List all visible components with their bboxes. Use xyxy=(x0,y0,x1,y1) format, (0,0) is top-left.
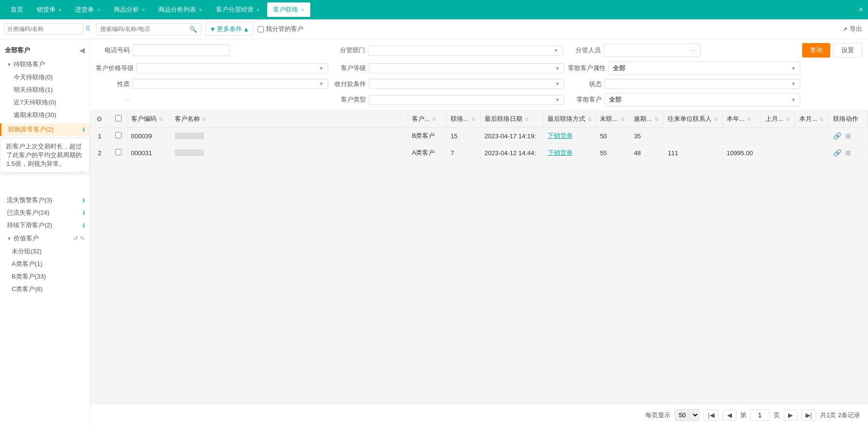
close-customer-contact-tab[interactable]: × xyxy=(301,7,304,13)
sidebar-item-already-lost[interactable]: 已流失客户(24) ℹ xyxy=(0,206,90,219)
refresh-icon[interactable]: ↺ xyxy=(73,235,78,242)
person-select[interactable]: ··· xyxy=(604,44,700,57)
all-customers-title[interactable]: 全部客户 ◀ xyxy=(0,43,90,58)
nav-home[interactable]: 首页 xyxy=(5,2,29,17)
scatter-customer-select[interactable]: 全部 ▼ xyxy=(605,93,800,106)
per-page-select[interactable]: 50 100 200 xyxy=(674,409,700,421)
query-button[interactable]: 查询 xyxy=(802,43,830,58)
row1-checkbox-cell xyxy=(109,128,127,145)
sidebar-item-keep-down[interactable]: 持续下滑客户(2) ℹ xyxy=(0,219,90,232)
last-page-btn[interactable]: ▶| xyxy=(801,410,816,421)
row1-checkbox[interactable] xyxy=(115,132,122,138)
table-settings-icon[interactable]: ⚙ xyxy=(96,115,103,123)
repurchase-info-icon[interactable]: ℹ xyxy=(83,127,85,133)
settings-button[interactable]: 设置 xyxy=(833,43,862,58)
row1-grid-icon[interactable]: ⊞ xyxy=(845,132,851,140)
row1-lastway-link[interactable]: 下销货单 xyxy=(548,132,573,139)
dept-select[interactable]: ▼ xyxy=(368,45,563,56)
sort-contact-icon[interactable]: ⇅ xyxy=(471,117,475,122)
sort-thismonth-icon[interactable]: ⇅ xyxy=(820,117,823,122)
sidebar-item-overdue[interactable]: 逾期未联络(30) xyxy=(0,109,90,121)
row1-num: 1 xyxy=(90,128,109,145)
my-customers-checkbox[interactable] xyxy=(258,26,264,32)
pending-contact-title[interactable]: ▼ 待联络客户 xyxy=(0,58,90,71)
sidebar-item-a-class[interactable]: A类客户(1) xyxy=(0,258,90,270)
sidebar-item-tomorrow[interactable]: 明天待联络(1) xyxy=(0,84,90,96)
export-button[interactable]: ↗ 导出 xyxy=(842,25,862,33)
close-product-analysis-tab[interactable]: × xyxy=(142,7,145,13)
row1-lastdate: 2023-04-17 14:19: xyxy=(480,128,543,145)
customer-type-select[interactable]: ▼ xyxy=(369,95,564,105)
sort-code-icon[interactable]: ⇅ xyxy=(159,117,163,122)
close-product-analysis-list-tab[interactable]: × xyxy=(199,7,202,13)
sort-lastway-icon[interactable]: ⇅ xyxy=(588,117,592,122)
row2-grid-icon[interactable]: ⊞ xyxy=(845,149,851,157)
nav-customer-stratify[interactable]: 客户分层经营 × xyxy=(210,2,265,17)
keep-down-info-icon[interactable]: ℹ xyxy=(83,222,85,229)
person-select-dots: ··· xyxy=(689,46,696,55)
customer-level-select[interactable]: ▼ xyxy=(369,63,564,73)
sidebar-item-today[interactable]: 今天待联络(0) xyxy=(0,71,90,84)
nav-sales[interactable]: 销货单 × xyxy=(31,2,67,17)
sidebar-search-icon[interactable]: 🔍 xyxy=(85,26,90,33)
sidebar-search-input[interactable] xyxy=(4,23,83,35)
current-page-input[interactable] xyxy=(750,410,770,421)
sort-level-icon[interactable]: ⇅ xyxy=(432,117,436,122)
th-contact-label: 联络... xyxy=(451,115,469,122)
th-settings[interactable]: ⚙ xyxy=(90,111,109,128)
close-customer-stratify-tab[interactable]: × xyxy=(257,7,259,13)
close-sales-tab[interactable]: × xyxy=(59,7,61,13)
search-bar-icon[interactable]: 🔍 xyxy=(189,26,197,33)
nav-product-analysis-list[interactable]: 商品分析列表 × xyxy=(152,2,208,17)
row1-action: 🔗 ⊞ xyxy=(829,128,868,145)
filter-row-3: 性质 ▼ 收付款条件 ▼ 状态 xyxy=(96,79,862,89)
scatter-attr-select[interactable]: 全部 ▼ xyxy=(609,61,800,75)
th-lastmonth-label: 上月... xyxy=(765,115,783,122)
sort-name-icon[interactable]: ⇅ xyxy=(202,117,206,122)
row2-checkbox[interactable] xyxy=(115,149,122,155)
close-purchase-tab[interactable]: × xyxy=(97,7,100,13)
row2-link-icon[interactable]: 🔗 xyxy=(833,149,841,157)
phone-input[interactable] xyxy=(133,44,229,56)
sort-unit-icon[interactable]: ⇅ xyxy=(715,117,718,122)
nav-purchase[interactable]: 进货单 × xyxy=(69,2,106,17)
already-lost-info-icon[interactable]: ℹ xyxy=(83,210,85,216)
select-all-checkbox[interactable] xyxy=(115,115,122,121)
th-checkbox[interactable] xyxy=(109,111,127,128)
sort-thisyear-icon[interactable]: ⇅ xyxy=(747,117,751,122)
payment-select[interactable]: ▼ xyxy=(369,79,564,89)
customer-level-arrow: ▼ xyxy=(555,66,560,71)
sidebar-item-ungrouped[interactable]: 未分组(32) xyxy=(0,245,90,258)
prev-page-btn[interactable]: ◀ xyxy=(723,410,736,421)
sidebar-item-c-class[interactable]: C类客户(6) xyxy=(0,283,90,295)
first-page-btn[interactable]: |◀ xyxy=(703,410,718,421)
row1-uncontact: 50 xyxy=(596,128,630,145)
sort-overdue-icon[interactable]: ⇅ xyxy=(655,117,658,122)
sidebar-item-7days[interactable]: 近7天待联络(0) xyxy=(0,96,90,109)
filter-customer-type-field: 客户类型 ▼ xyxy=(332,95,564,105)
nav-product-analysis[interactable]: 商品分析 × xyxy=(108,2,151,17)
edit-icon[interactable]: ✎ xyxy=(80,235,85,242)
row1-link-icon[interactable]: 🔗 xyxy=(833,132,841,140)
nature-select[interactable]: ▼ xyxy=(133,79,328,89)
filter-row-1: 电话号码 分管部门 ▼ 分管人员 ··· xyxy=(96,43,862,58)
row2-lastway-link[interactable]: 下销货单 xyxy=(548,149,573,156)
sidebar-item-repurchase-abnormal[interactable]: 回购异常客户(2) ℹ xyxy=(0,123,90,136)
lost-warning-info-icon[interactable]: ℹ xyxy=(83,197,85,204)
sort-lastmonth-icon[interactable]: ⇅ xyxy=(786,117,790,122)
sort-lastdate-icon[interactable]: ⇅ xyxy=(525,117,529,122)
sort-uncontact-icon[interactable]: ⇅ xyxy=(621,117,624,122)
price-level-select[interactable]: ▼ xyxy=(137,63,328,73)
row1-action-icons: 🔗 ⊞ xyxy=(833,132,864,140)
status-select[interactable]: ▼ xyxy=(605,79,800,89)
search-input[interactable] xyxy=(100,26,187,32)
window-close-button[interactable]: × xyxy=(859,5,863,14)
sidebar-item-lost-warning[interactable]: 流失预警客户(3) ℹ xyxy=(0,194,90,206)
sidebar-item-b-class[interactable]: B类客户(33) xyxy=(0,270,90,283)
content-area: 🔍 ▼ 更多条件 ▲ 我分管的客户 ↗ 导出 电话号码 xyxy=(90,19,868,426)
more-conditions-btn[interactable]: ▼ 更多条件 ▲ xyxy=(205,22,254,36)
value-customer-title[interactable]: ▼ 价值客户 ↺ ✎ xyxy=(0,232,90,245)
nav-customer-contact[interactable]: 客户联络 × xyxy=(267,2,310,17)
row2-level: A类客户 xyxy=(408,145,446,162)
next-page-btn[interactable]: ▶ xyxy=(784,410,797,421)
